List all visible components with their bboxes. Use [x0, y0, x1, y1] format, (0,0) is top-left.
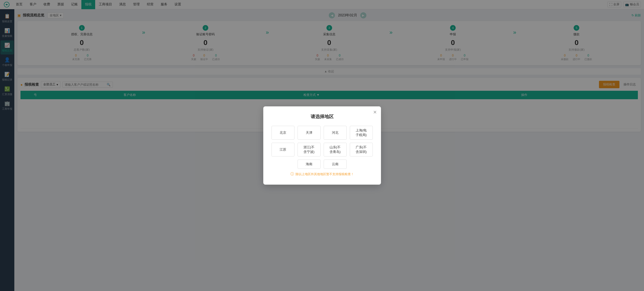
region-row-1: 北京天津河北上海(电子税局) — [271, 126, 373, 140]
region-button-天津[interactable]: 天津 — [298, 126, 321, 140]
region-button-海南[interactable]: 海南 — [298, 160, 321, 169]
region-select-modal: ✕ 请选择地区 北京天津河北上海(电子税局) 江苏浙江(不含宁波)山东(不含青岛… — [263, 106, 381, 185]
modal-title: 请选择地区 — [271, 114, 373, 120]
modal-warning: ⓘ 除以上地区外其他地区暂不支持报税检查！ — [271, 172, 373, 176]
warning-icon: ⓘ — [290, 172, 294, 176]
region-button-广东(不含深圳)[interactable]: 广东(不含深圳) — [350, 143, 373, 156]
modal-overlay[interactable]: ✕ 请选择地区 北京天津河北上海(电子税局) 江苏浙江(不含宁波)山东(不含青岛… — [0, 0, 644, 291]
region-button-北京[interactable]: 北京 — [271, 126, 294, 140]
modal-close-button[interactable]: ✕ — [373, 110, 377, 115]
region-button-河北[interactable]: 河北 — [324, 126, 347, 140]
region-row-2: 江苏浙江(不含宁波)山东(不含青岛)广东(不含深圳) — [271, 143, 373, 156]
region-button-山东(不含青岛)[interactable]: 山东(不含青岛) — [324, 143, 347, 156]
region-button-云南[interactable]: 云南 — [324, 160, 347, 169]
region-button-浙江(不含宁波)[interactable]: 浙江(不含宁波) — [298, 143, 321, 156]
region-row-3: 海南云南 — [271, 160, 373, 169]
region-button-江苏[interactable]: 江苏 — [271, 143, 294, 156]
region-button-上海(电子税局)[interactable]: 上海(电子税局) — [350, 126, 373, 140]
